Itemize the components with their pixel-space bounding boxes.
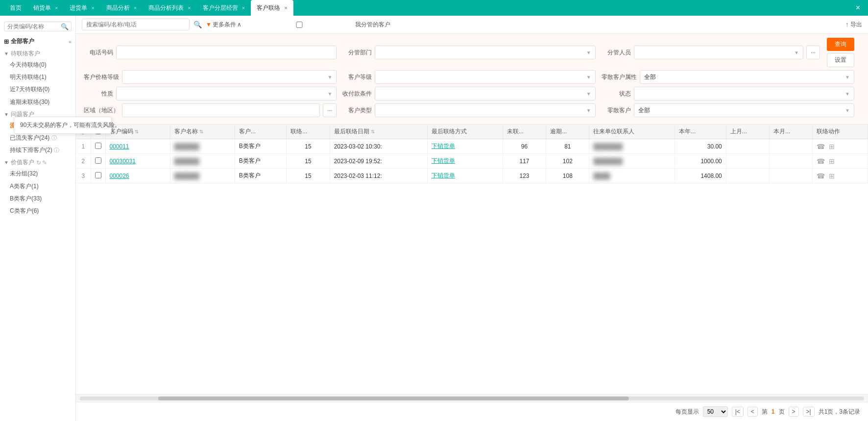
c-class-label: C类客户(6) [10,207,39,214]
row2-name-blurred: ██████ [174,158,199,165]
row2-code[interactable]: 00030031 [105,154,170,169]
row3-type: B类客户 [235,169,287,183]
th-last-month[interactable]: 上月... [726,124,769,139]
tab-purchase-close[interactable]: × [91,5,94,11]
sidebar-item-7days[interactable]: 近7天待联络(0) [0,83,75,96]
sidebar-item-c-class[interactable]: C类客户(6) [0,205,75,217]
my-customers-filter[interactable]: 我分管的客户 [245,21,390,29]
filter-row-2: 客户价格等级 ▼ 客户等级 ▼ 零散客户属性 全部 ▼ [84,70,860,84]
zero-type-select[interactable]: 全部 ▼ [640,70,854,84]
person-dots-btn[interactable]: ··· [806,46,820,59]
tab-customer-tier-close[interactable]: × [242,5,245,11]
sidebar: 🔍 ⊞ 全部客户 « ▼ 待联络客户 今天待联络(0) 明天待联络(1) 近7天… [0,16,76,421]
th-not-contacted[interactable]: 未联... [503,124,546,139]
tab-sales[interactable]: 销货单 × [27,0,64,16]
row3-overdue: 108 [546,169,589,183]
filter-cell-zero-type: 零散客户属性 全部 ▼ [602,70,860,84]
row3-code[interactable]: 000026 [105,169,170,183]
settings-button[interactable]: 设置 [827,53,854,67]
overdue-label: 逾期未联络(30) [10,99,49,105]
region-dots-btn[interactable]: ··· [323,103,337,117]
next-page-btn[interactable]: > [789,407,799,417]
tab-customer-contact-close[interactable]: × [284,5,287,11]
export-button[interactable]: ↑ 导出 [845,21,862,29]
section-value-customers[interactable]: ▼ 价值客户 ↻ ✎ [0,156,75,168]
row2-checkbox[interactable] [91,154,105,169]
sidebar-item-ungroup[interactable]: 未分组(32) [0,168,75,180]
th-contact[interactable]: 联络... [287,124,330,139]
row2-check[interactable] [95,157,101,164]
search-button[interactable]: 🔍 [193,21,202,28]
th-customer-type[interactable]: 客户... [235,124,287,139]
tab-customer-contact[interactable]: 客户联络 × [251,0,293,16]
customer-type-select[interactable]: ▼ [375,103,595,117]
sidebar-item-b-class[interactable]: B类客户(33) [0,193,75,205]
first-page-btn[interactable]: |< [732,407,744,417]
th-last-contact-method[interactable]: 最后联络方式 [427,124,503,139]
th-overdue[interactable]: 逾期... [546,124,589,139]
row1-check[interactable] [95,143,101,149]
phone-input[interactable] [116,46,337,59]
sidebar-item-today[interactable]: 今天待联络(0) [0,59,75,71]
top-nav: 首页 销货单 × 进货单 × 商品分析 × 商品分析列表 × 客户分层经营 × … [0,0,868,16]
th-contact-person[interactable]: 往来单位联系人 [589,124,675,139]
sidebar-item-a-class[interactable]: A类客户(1) [0,180,75,193]
close-all-btn[interactable]: × [852,3,864,12]
th-last-contact-date[interactable]: 最后联络日期 [330,124,427,139]
row2-action-contact[interactable]: ☎ [817,157,825,165]
sidebar-item-tomorrow[interactable]: 明天待联络(1) [0,71,75,83]
row3-action-contact[interactable]: ☎ [817,172,825,180]
tab-analysis-close[interactable]: × [134,5,137,11]
th-name[interactable]: 客户名称 [170,124,235,139]
tab-analysis-list-close[interactable]: × [188,5,191,11]
horizontal-scrollbar[interactable] [76,394,868,402]
search-input[interactable] [82,19,190,30]
th-this-month[interactable]: 本月... [770,124,813,139]
my-customers-checkbox[interactable] [245,22,353,28]
row2-overdue: 102 [546,154,589,169]
customer-type-label: 客户类型 [342,106,372,115]
row1-action-more[interactable]: ⊞ [829,143,835,150]
row3-method[interactable]: 下销货单 [427,169,503,183]
price-level-select[interactable]: ▼ [122,70,337,84]
all-customers-header[interactable]: ⊞ 全部客户 « [0,35,75,48]
th-current-year[interactable]: 本年... [675,124,726,139]
department-label: 分管部门 [342,49,372,57]
row2-action-more[interactable]: ⊞ [829,157,835,165]
filter-cell-payment: 收付款条件 ▼ [342,87,601,100]
person-select[interactable]: ▼ [634,46,803,59]
row3-checkbox[interactable] [91,169,105,183]
zero-customer-select[interactable]: 全部 ▼ [634,103,854,117]
customer-level-select[interactable]: ▼ [375,70,595,84]
nature-label: 性质 [84,90,113,98]
row2-method[interactable]: 下销货单 [427,154,503,169]
prev-page-btn[interactable]: < [747,407,758,417]
per-page-select[interactable]: 50 100 200 [703,406,728,417]
row3-action-more[interactable]: ⊞ [829,172,835,180]
tab-home[interactable]: 首页 [4,0,27,16]
section-pending-contact[interactable]: ▼ 待联络客户 [0,48,75,59]
sidebar-item-overdue[interactable]: 逾期未联络(30) [0,96,75,108]
more-conditions-button[interactable]: ▼ 更多条件 ∧ [206,21,241,29]
scroll-thumb[interactable] [158,396,629,400]
tab-customer-tier[interactable]: 客户分层经营 × [197,0,251,16]
nature-select[interactable]: ▼ [116,87,337,100]
row3-check[interactable] [95,172,101,178]
tab-analysis[interactable]: 商品分析 × [100,0,143,16]
last-page-btn[interactable]: >| [803,407,815,417]
tab-sales-close[interactable]: × [55,5,58,11]
row1-checkbox[interactable] [91,139,105,154]
region-input[interactable] [122,103,320,117]
price-level-label: 客户价格等级 [84,73,119,81]
status-select[interactable]: ▼ [634,87,854,100]
row1-method[interactable]: 下销货单 [427,139,503,154]
row1-code[interactable]: 000011 [105,139,170,154]
department-select[interactable]: ▼ [375,46,595,59]
tab-analysis-list[interactable]: 商品分析列表 × [143,0,196,16]
payment-select[interactable]: ▼ [375,87,595,100]
row1-action-contact[interactable]: ☎ [817,143,825,150]
row2-person-blurred: ███████ [593,158,623,165]
sidebar-item-declining[interactable]: 持续下滑客户(2) ⓘ [0,144,75,156]
query-button[interactable]: 查询 [827,38,854,51]
tab-purchase[interactable]: 进货单 × [64,0,100,16]
